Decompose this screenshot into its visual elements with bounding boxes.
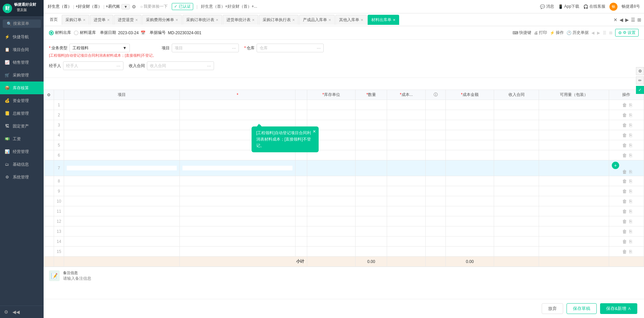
row-cost-amount-13[interactable] (446, 226, 494, 236)
row-project-13[interactable] (64, 226, 180, 236)
row-project-7[interactable] (64, 160, 180, 176)
row-project-4[interactable] (64, 130, 180, 140)
message-btn[interactable]: 💬 消息 (540, 4, 554, 9)
row-project-14[interactable] (64, 236, 180, 247)
tab-close-material-outbound[interactable]: ✕ (393, 18, 395, 22)
copy-row-btn-3[interactable]: ⎘ (629, 122, 632, 128)
row-income-3[interactable] (494, 120, 539, 130)
row-project-10[interactable] (64, 196, 180, 206)
row-income-12[interactable] (494, 216, 539, 226)
topbar-link-2[interactable]: +好业财（首） (75, 4, 102, 9)
row-cost-amount-14[interactable] (446, 236, 494, 247)
settings-icon[interactable]: ⚙ (4, 309, 8, 315)
row-cost-3[interactable] (387, 120, 426, 130)
delete-row-btn-15[interactable]: 🗑 (622, 249, 627, 254)
delete-row-btn-8[interactable]: 🗑 (622, 178, 627, 184)
row-unit-14[interactable] (307, 236, 356, 247)
row-cost-amount-10[interactable] (446, 196, 494, 206)
settings-btn[interactable]: ⚙ ⚙ 设置 (615, 29, 639, 37)
row-unit-1[interactable] (307, 100, 356, 110)
print-btn[interactable]: 🖨 打印 (534, 30, 547, 36)
copy-row-btn-9[interactable]: ⎘ (629, 189, 632, 194)
row-project-5[interactable] (64, 140, 180, 150)
row-material-11[interactable] (180, 206, 296, 216)
row-unit-7[interactable] (307, 160, 356, 176)
row-cost-2[interactable] (387, 110, 426, 120)
row-spec-13[interactable] (296, 226, 307, 236)
row-qty-7[interactable] (356, 160, 387, 176)
row-qty-4[interactable] (356, 130, 387, 140)
row-cost-amount-7[interactable] (446, 160, 494, 176)
row-spec-12[interactable] (296, 216, 307, 226)
copy-row-btn-2[interactable]: ⎘ (629, 112, 632, 118)
row-project-9[interactable] (64, 186, 180, 196)
row-qty-13[interactable] (356, 226, 387, 236)
calendar-icon[interactable]: 📅 (141, 31, 146, 35)
row-qty-2[interactable] (356, 110, 387, 120)
row-cost-15[interactable] (387, 247, 426, 257)
row-material-7[interactable] (180, 160, 296, 176)
row-material-15[interactable] (180, 247, 296, 257)
row-cost-amount-12[interactable] (446, 216, 494, 226)
row-qty-6[interactable] (356, 150, 387, 160)
project-select[interactable]: 项目 ··· (172, 44, 239, 52)
row-income-11[interactable] (494, 206, 539, 216)
tab-nav-next[interactable]: ▶ (625, 17, 629, 22)
row-material-12[interactable] (180, 216, 296, 226)
copy-row-btn-6[interactable]: ⎘ (629, 153, 632, 158)
row-cost-amount-2[interactable] (446, 110, 494, 120)
row-qty-5[interactable] (356, 140, 387, 150)
row-unit-12[interactable] (307, 216, 356, 226)
row-material-14[interactable] (180, 236, 296, 247)
tab-view-list[interactable]: ☰ (631, 17, 635, 22)
note-input[interactable] (63, 276, 113, 281)
row-spec-10[interactable] (296, 196, 307, 206)
row-income-7[interactable] (494, 160, 539, 176)
row-material-2[interactable] (180, 110, 296, 120)
row-project-12[interactable] (64, 216, 180, 226)
copy-row-btn-14[interactable]: ⎘ (629, 239, 632, 244)
row-cost-14[interactable] (387, 236, 426, 247)
tab-close-purchase-stats[interactable]: ✕ (216, 18, 218, 22)
topbar-link-3[interactable]: +易代账 (106, 4, 120, 9)
operate-btn[interactable]: ⚡ 操作 (550, 30, 564, 36)
sidebar-item-finance[interactable]: 💰 资金管理 (0, 94, 44, 107)
col-cost-info[interactable]: ⓘ (426, 90, 446, 100)
delete-row-btn-2[interactable]: 🗑 (622, 112, 627, 118)
sidebar-item-project[interactable]: 📋 项目合同 (0, 43, 44, 56)
row-cost-amount-4[interactable] (446, 130, 494, 140)
side-tool-3[interactable]: ✓ (636, 86, 644, 94)
tab-view-grid[interactable]: ⊞ (637, 17, 641, 22)
row-income-15[interactable] (494, 247, 539, 257)
row-cost-6[interactable] (387, 150, 426, 160)
sidebar-item-assets[interactable]: 🏗 固定资产 (0, 120, 44, 132)
service-btn[interactable]: 🎧 在线客服 (583, 4, 605, 9)
tab-inbound-return[interactable]: 进货退货 ✕ (114, 15, 142, 25)
row-qty-1[interactable] (356, 100, 387, 110)
row-project-15[interactable] (64, 247, 180, 257)
row-cost-amount-9[interactable] (446, 186, 494, 196)
row-cost-13[interactable] (387, 226, 426, 236)
app-download-btn[interactable]: 📱 App下载 (558, 4, 579, 9)
tab-home[interactable]: 首页 (46, 15, 61, 24)
date-value[interactable]: 2023-03-24 (118, 31, 139, 35)
row-project-2[interactable] (64, 110, 180, 120)
row-cost-7[interactable] (387, 160, 426, 176)
sidebar-item-system[interactable]: ⚙ 系统管理 (0, 171, 44, 183)
tab-purchase-exec[interactable]: 采购订单执行表 ✕ (259, 15, 299, 25)
project-dots[interactable]: ··· (232, 45, 236, 51)
topbar-link-1[interactable]: 好生意（首） (48, 4, 72, 9)
delete-row-btn-7[interactable]: 🗑 (622, 169, 627, 174)
row-unit-11[interactable] (307, 206, 356, 216)
row-qty-9[interactable] (356, 186, 387, 196)
topbar-certified[interactable]: ✓ 已认证 (172, 3, 193, 10)
copy-row-btn-1[interactable]: ⎘ (629, 102, 632, 108)
row-spec-11[interactable] (296, 206, 307, 216)
copy-row-btn-8[interactable]: ⎘ (629, 178, 632, 184)
copy-row-btn-12[interactable]: ⎘ (629, 219, 632, 224)
row-unit-15[interactable] (307, 247, 356, 257)
copy-row-btn-10[interactable]: ⎘ (629, 199, 632, 204)
user-avatar[interactable]: 畅 (609, 3, 618, 11)
add-row-btn-7[interactable]: + (612, 162, 619, 169)
row-income-13[interactable] (494, 226, 539, 236)
